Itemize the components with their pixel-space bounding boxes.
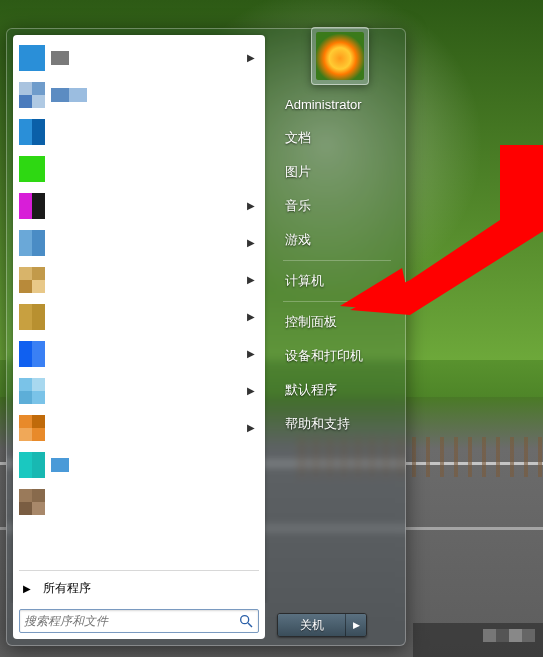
program-icon (19, 230, 45, 256)
chevron-right-icon: ▶ (247, 348, 255, 359)
user-name-item[interactable]: Administrator (277, 87, 397, 121)
system-item-0[interactable]: 控制面板 (277, 305, 397, 339)
program-item[interactable] (15, 446, 263, 483)
program-icon (19, 341, 45, 367)
chevron-right-icon: ▶ (247, 311, 255, 322)
program-item[interactable] (15, 150, 263, 187)
places-item-0[interactable]: 文档 (277, 121, 397, 155)
shutdown-options-button[interactable]: ▶ (346, 614, 366, 636)
program-icon (19, 378, 45, 404)
system-item-2[interactable]: 默认程序 (277, 373, 397, 407)
places-item-3[interactable]: 游戏 (277, 223, 397, 257)
right-item-label: 文档 (285, 129, 311, 147)
right-item-label: 默认程序 (285, 381, 337, 399)
program-item[interactable]: ▶ (15, 409, 263, 446)
program-item[interactable]: ▶ (15, 372, 263, 409)
chevron-right-icon: ▶ (247, 422, 255, 433)
program-icon (19, 45, 45, 71)
chevron-right-icon: ▶ (247, 274, 255, 285)
program-icon (19, 82, 45, 108)
triangle-right-icon: ▶ (23, 583, 31, 594)
program-label-censored (51, 458, 255, 472)
right-item-label: 设备和打印机 (285, 347, 363, 365)
shutdown-label: 关机 (300, 617, 324, 634)
shutdown-row: 关机 ▶ (277, 613, 367, 637)
search-box[interactable] (19, 609, 259, 633)
chevron-right-icon: ▶ (247, 237, 255, 248)
program-item[interactable] (15, 76, 263, 113)
computer-item-0[interactable]: 计算机 (277, 264, 397, 298)
avatar-image (316, 32, 364, 80)
program-icon (19, 156, 45, 182)
right-item-label: 计算机 (285, 272, 324, 290)
search-row (13, 603, 265, 639)
program-icon (19, 489, 45, 515)
triangle-right-icon: ▶ (353, 620, 360, 630)
right-item-label: 图片 (285, 163, 311, 181)
program-icon (19, 267, 45, 293)
program-icon (19, 452, 45, 478)
places-item-2[interactable]: 音乐 (277, 189, 397, 223)
program-item[interactable] (15, 483, 263, 520)
program-item[interactable]: ▶ (15, 298, 263, 335)
right-item-label: 游戏 (285, 231, 311, 249)
chevron-right-icon: ▶ (247, 385, 255, 396)
start-menu: ▶▶▶▶▶▶▶▶ ▶ 所有程序 Administrator 文档图片音乐游戏 计… (6, 28, 406, 646)
svg-point-0 (241, 616, 249, 624)
search-input[interactable] (24, 614, 238, 628)
user-name-label: Administrator (285, 97, 362, 112)
program-label-censored (51, 51, 243, 65)
all-programs[interactable]: ▶ 所有程序 (13, 573, 265, 603)
taskbar-tray[interactable] (413, 623, 543, 657)
separator (283, 301, 391, 302)
right-item-label: 音乐 (285, 197, 311, 215)
program-item[interactable]: ▶ (15, 335, 263, 372)
program-item[interactable]: ▶ (15, 261, 263, 298)
search-icon (238, 613, 254, 629)
right-item-label: 帮助和支持 (285, 415, 350, 433)
program-icon (19, 304, 45, 330)
program-item[interactable]: ▶ (15, 224, 263, 261)
program-label-censored (51, 88, 255, 102)
places-panel: Administrator 文档图片音乐游戏 计算机 控制面板设备和打印机默认程… (265, 29, 405, 603)
shutdown-button-group: 关机 ▶ (277, 613, 367, 637)
chevron-right-icon: ▶ (247, 200, 255, 211)
user-avatar[interactable] (311, 27, 369, 85)
places-item-1[interactable]: 图片 (277, 155, 397, 189)
program-item[interactable] (15, 113, 263, 150)
all-programs-label: 所有程序 (43, 580, 91, 597)
program-icon (19, 193, 45, 219)
programs-panel: ▶▶▶▶▶▶▶▶ ▶ 所有程序 (13, 35, 265, 603)
program-icon (19, 119, 45, 145)
separator (283, 260, 391, 261)
program-item[interactable]: ▶ (15, 39, 263, 76)
shutdown-button[interactable]: 关机 (278, 614, 346, 636)
chevron-right-icon: ▶ (247, 52, 255, 63)
system-item-3[interactable]: 帮助和支持 (277, 407, 397, 441)
system-item-1[interactable]: 设备和打印机 (277, 339, 397, 373)
svg-line-1 (248, 623, 252, 627)
divider (19, 570, 259, 571)
program-icon (19, 415, 45, 441)
right-item-label: 控制面板 (285, 313, 337, 331)
program-item[interactable]: ▶ (15, 187, 263, 224)
